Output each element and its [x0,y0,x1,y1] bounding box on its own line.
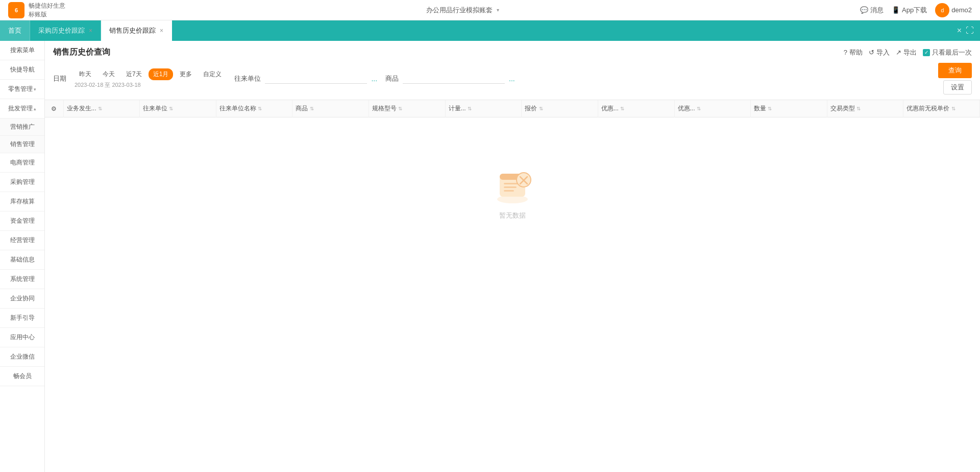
table-container: ⚙ 业务发生... ⇅ 往来单位 ⇅ 往来单位名称 ⇅ 商品 ⇅ 规格型号 ⇅ … [45,100,980,472]
filter-right-actions: 查询 设置 [938,63,972,95]
tab-bar: 首页 采购历史价跟踪 × 销售历史价跟踪 × × ⛶ [0,20,980,41]
sidebar-inventory-label: 库存核算 [2,197,42,206]
tab-purchase-close[interactable]: × [89,27,92,34]
app-selector[interactable]: 办公用品行业模拟账套 ▾ [426,6,499,15]
th-gear[interactable]: ⚙ [45,100,63,117]
avatar: d [935,3,949,17]
app-name: 畅捷信好生意 标账版 [29,2,65,19]
counterpart-picker-btn[interactable]: ... [371,75,377,83]
sidebar-item-basic-info[interactable]: 基础信息 [0,250,44,270]
setting-btn[interactable]: 设置 [943,80,972,95]
sidebar-item-retail-mgmt[interactable]: 零售管理 ▾ [0,80,44,99]
sidebar-item-marketing[interactable]: 营销推广 [0,119,44,136]
message-btn[interactable]: 💬 消息 [860,6,884,15]
th-quote[interactable]: 报价 ⇅ [522,100,598,117]
th-counterpart-name[interactable]: 往来单位名称 ⇅ [216,100,292,117]
export-icon: ↗ [896,49,901,56]
date-filter-label: 日期 [53,74,66,83]
sidebar-item-new-guide[interactable]: 新手引导 [0,309,44,328]
help-btn[interactable]: ? 帮助 [844,48,863,57]
sidebar-item-system-mgmt[interactable]: 系统管理 [0,270,44,289]
page-header: 销售历史价查询 ? 帮助 ↺ 导入 ↗ 导出 ✓ [45,41,980,100]
sidebar-search-menu-label: 搜索菜单 [2,46,42,55]
sidebar-wholesale-mgmt-label: 批发管理 [8,104,33,113]
goods-input[interactable] [403,74,505,84]
page-title-row: 销售历史价查询 ? 帮助 ↺ 导入 ↗ 导出 ✓ [53,47,972,58]
sidebar-item-wholesale-mgmt[interactable]: 批发管理 ▴ [0,99,44,119]
main-layout: 搜索菜单 快捷导航 零售管理 ▾ 批发管理 ▴ 营销推广 销售管理 电商管理 采… [0,41,980,472]
import-icon: ↺ [869,49,874,56]
th-discount2[interactable]: 优惠... ⇅ [674,100,751,117]
tab-purchase-history[interactable]: 采购历史价跟踪 × [30,20,101,41]
empty-text: 暂无数据 [499,211,526,220]
retail-expand-icon: ▾ [34,87,36,92]
date-btn-7days[interactable]: 近7天 [121,68,146,80]
date-btn-group: 昨天 今天 近7天 近1月 更多 自定义 [75,68,226,80]
th-trade-type[interactable]: 交易类型 ⇅ [827,100,903,117]
tab-home-label: 首页 [8,26,21,35]
sidebar-finance-label: 资金管理 [2,217,42,225]
sidebar-item-ecommerce[interactable]: 电商管理 [0,153,44,173]
tab-expand-btn[interactable]: ⛶ [966,26,974,35]
app-download-btn[interactable]: 📱 App下载 [892,6,927,15]
data-table: ⚙ 业务发生... ⇅ 往来单位 ⇅ 往来单位名称 ⇅ 商品 ⇅ 规格型号 ⇅ … [45,100,980,117]
user-menu[interactable]: d demo2 [935,3,972,17]
counterpart-input[interactable] [265,74,367,84]
th-goods[interactable]: 商品 ⇅ [292,100,369,117]
counterpart-label: 往来单位 [234,74,261,83]
date-btn-custom[interactable]: 自定义 [199,68,226,80]
goods-filter-group: 商品 ... [385,74,515,84]
page-title: 销售历史价查询 [53,47,110,58]
th-counterpart[interactable]: 往来单位 ⇅ [140,100,216,117]
th-spec[interactable]: 规格型号 ⇅ [369,100,446,117]
tab-sales-history[interactable]: 销售历史价跟踪 × [101,20,172,41]
th-unit[interactable]: 计量... ⇅ [445,100,522,117]
sidebar-member-label: 畅会员 [2,372,42,381]
sidebar-item-finance[interactable]: 资金管理 [0,211,44,231]
sidebar-item-purchase-mgmt[interactable]: 采购管理 [0,173,44,192]
sidebar-item-member[interactable]: 畅会员 [0,367,44,386]
content-area: 销售历史价查询 ? 帮助 ↺ 导入 ↗ 导出 ✓ [45,41,980,472]
import-btn[interactable]: ↺ 导入 [869,48,890,57]
th-pre-tax[interactable]: 优惠前无税单价 ⇅ [903,100,980,117]
sidebar-item-ops-mgmt[interactable]: 经营管理 [0,231,44,250]
th-discount1[interactable]: 优惠... ⇅ [598,100,674,117]
top-bar-right: 💬 消息 📱 App下载 d demo2 [860,3,972,17]
sidebar-item-enterprise-wechat[interactable]: 企业微信 [0,347,44,367]
tab-bar-actions: × ⛶ [957,26,980,35]
sidebar-item-inventory[interactable]: 库存核算 [0,192,44,211]
th-biz-date[interactable]: 业务发生... ⇅ [63,100,140,117]
date-btn-1month[interactable]: 近1月 [149,68,174,80]
goods-label: 商品 [385,74,399,83]
export-label: 导出 [903,48,917,57]
sidebar-item-app-center[interactable]: 应用中心 [0,328,44,347]
date-range-text: 2023-02-18 至 2023-03-18 [75,81,226,89]
download-icon: 📱 [892,6,900,14]
goods-picker-btn[interactable]: ... [509,75,515,83]
export-btn[interactable]: ↗ 导出 [896,48,917,57]
tab-purchase-history-label: 采购历史价跟踪 [38,26,85,35]
tab-close-window-btn[interactable]: × [957,26,962,35]
message-icon: 💬 [860,6,868,14]
sidebar-enterprise-collab-label: 企业协同 [2,294,42,303]
date-btn-more[interactable]: 更多 [175,68,197,80]
tab-home[interactable]: 首页 [0,20,30,41]
counterpart-filter-group: 往来单位 ... [234,74,377,84]
sidebar-item-sales-mgmt[interactable]: 销售管理 [0,136,44,153]
app-selector-label: 办公用品行业模拟账套 [426,6,493,15]
th-qty[interactable]: 数量 ⇅ [751,100,827,117]
sidebar-item-quick-nav[interactable]: 快捷导航 [0,60,44,80]
import-label: 导入 [876,48,890,57]
sidebar-item-search-menu[interactable]: 搜索菜单 [0,41,44,60]
sidebar-item-enterprise-collab[interactable]: 企业协同 [0,289,44,309]
wholesale-expand-icon: ▴ [34,106,36,111]
query-btn[interactable]: 查询 [938,63,972,78]
only-last-checkbox[interactable]: ✓ 只看最后一次 [923,48,972,57]
filter-row: 日期 昨天 今天 近7天 近1月 更多 自定义 2023-02-18 至 202… [53,63,972,100]
sidebar-new-guide-label: 新手引导 [2,314,42,322]
sidebar-app-center-label: 应用中心 [2,333,42,342]
date-btn-yesterday[interactable]: 昨天 [75,68,96,80]
sidebar-retail-mgmt-label: 零售管理 [8,85,33,93]
tab-sales-close[interactable]: × [160,27,163,34]
date-btn-today[interactable]: 今天 [98,68,119,80]
